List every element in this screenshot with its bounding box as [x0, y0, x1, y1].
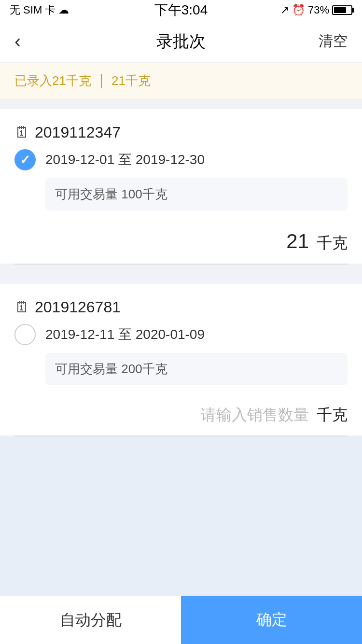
- batch1-amount-row: 21 千克: [0, 225, 362, 264]
- batch2-input-row: 千克: [0, 400, 362, 435]
- batch1-radio[interactable]: [14, 149, 36, 170]
- confirm-button[interactable]: 确定: [181, 596, 362, 644]
- batch1-unit: 千克: [317, 233, 348, 254]
- status-right: ↗ ⏰ 73%: [280, 4, 352, 16]
- info-bar: 已录入21千克 21千克: [0, 63, 362, 99]
- batch1-card: 🗓 2019112347 2019-12-01 至 2019-12-30 可用交…: [0, 109, 362, 225]
- clear-button[interactable]: 清空: [319, 31, 348, 51]
- batch1-date: 2019-12-01 至 2019-12-30: [45, 151, 205, 169]
- nav-bar: ‹ 录批次 清空: [0, 20, 362, 63]
- auto-distribute-button[interactable]: 自动分配: [0, 596, 181, 644]
- status-bar: 无 SIM 卡 ☁ 下午3:04 ↗ ⏰ 73%: [0, 0, 362, 20]
- batch1-id: 2019112347: [35, 124, 121, 141]
- batch2-unit: 千克: [317, 405, 348, 426]
- batch2-date: 2019-12-11 至 2020-01-09: [45, 325, 205, 344]
- bottom-bar: 自动分配 确定: [0, 596, 362, 644]
- batch1-header: 🗓 2019112347: [14, 124, 348, 141]
- batch1-icon: 🗓: [14, 124, 30, 141]
- batch1-value: 21: [286, 230, 309, 253]
- page-title: 录批次: [156, 30, 206, 53]
- batch2-card: 🗓 2019126781 2019-12-11 至 2020-01-09 可用交…: [0, 284, 362, 400]
- sim-signal: 无 SIM 卡 ☁: [10, 3, 69, 17]
- batch1-row: 2019-12-01 至 2019-12-30: [14, 149, 348, 170]
- batch2-quantity-input[interactable]: [115, 406, 309, 424]
- batch2-icon: 🗓: [14, 298, 30, 316]
- recorded-label: 已录入21千克: [14, 72, 91, 89]
- batch2-radio[interactable]: [14, 324, 36, 345]
- battery-icon: [332, 5, 352, 15]
- batch1-available: 可用交易量 100千克: [45, 178, 348, 210]
- status-time: 下午3:04: [154, 1, 208, 19]
- clock-icon: ⏰: [292, 4, 305, 16]
- content-scroll: 🗓 2019112347 2019-12-01 至 2019-12-30 可用交…: [0, 109, 362, 644]
- batch2-header: 🗓 2019126781: [14, 298, 348, 316]
- batch2-row: 2019-12-11 至 2020-01-09: [14, 324, 348, 345]
- section-separator: [0, 265, 362, 274]
- location-icon: ↗: [280, 4, 289, 16]
- info-amount: 21千克: [111, 72, 151, 89]
- back-button[interactable]: ‹: [14, 30, 21, 52]
- batch2-id: 2019126781: [35, 298, 121, 316]
- batch2-available: 可用交易量 200千克: [45, 353, 348, 385]
- battery-percent: 73%: [308, 4, 329, 16]
- info-divider: [101, 74, 102, 88]
- status-left: 无 SIM 卡 ☁: [10, 3, 69, 17]
- battery-fill: [334, 7, 346, 13]
